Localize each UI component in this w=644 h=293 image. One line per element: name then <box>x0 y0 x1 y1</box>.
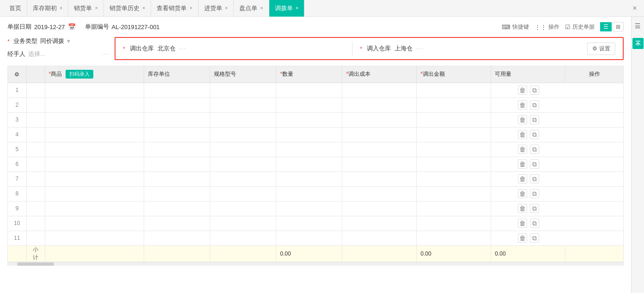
history-action[interactable]: ☑ 历史单据 <box>565 23 595 31</box>
right-sidebar: ☰ <box>631 17 644 271</box>
tab-sales-history[interactable]: 销货单历史 × <box>104 0 151 17</box>
tab-inventory-close[interactable]: × <box>260 6 263 11</box>
copy-row-4-button[interactable]: ⧉ <box>530 130 539 139</box>
copy-row-5-button[interactable]: ⧉ <box>530 145 539 154</box>
gear-settings-icon[interactable]: ⚙ <box>14 71 19 78</box>
sidebar-list-icon[interactable]: ☰ <box>632 20 644 31</box>
delete-row-10-button[interactable]: 🗑 <box>518 219 527 228</box>
row-num: 3 <box>8 112 26 127</box>
delete-row-9-button[interactable]: 🗑 <box>518 204 527 213</box>
grid-view-button[interactable]: ⊞ <box>613 22 624 31</box>
tab-view-sales[interactable]: 查看销货单 × <box>151 0 198 17</box>
total-cost: 0.00 <box>417 245 491 262</box>
tab-sales-history-label: 销货单历史 <box>109 4 140 12</box>
transfer-out-required: * <box>123 45 125 52</box>
tab-transfer[interactable]: 调拨单 × <box>269 0 304 17</box>
business-type-field: * 业务类型 同价调拨 ▼ <box>7 37 109 45</box>
tab-inventory-init-label: 库存期初 <box>33 4 57 12</box>
tab-purchase-close[interactable]: × <box>225 6 228 11</box>
tab-inventory-init[interactable]: 库存期初 × <box>27 0 68 17</box>
delete-row-7-button[interactable]: 🗑 <box>518 174 527 183</box>
close-all-tabs-button[interactable]: × <box>629 3 640 14</box>
header-row: 单据日期 2019-12-27 📅 单据编号 AL-20191227-001 ⌨… <box>7 22 624 31</box>
operations-icon: ⋮⋮ <box>535 24 547 31</box>
delete-row-8-button[interactable]: 🗑 <box>518 189 527 198</box>
operator-value[interactable]: 选择... <box>28 50 99 58</box>
transfer-out-value[interactable]: 北京仓 <box>158 44 176 53</box>
tab-purchase[interactable]: 进货单 × <box>199 0 234 17</box>
warehouse-box: * 调出仓库 北京仓 ··· * 调入仓库 上海仓 ··· ⚙ 设置 <box>115 37 624 60</box>
operations-action[interactable]: ⋮⋮ 操作 <box>535 23 559 31</box>
total-row: 小计 0.00 0.00 0.00 <box>8 245 623 262</box>
copy-row-11-button[interactable]: ⧉ <box>530 233 539 243</box>
tab-sales-history-close[interactable]: × <box>142 6 145 11</box>
delete-row-1-button[interactable]: 🗑 <box>518 85 527 95</box>
tab-sales-order[interactable]: 销货单 × <box>68 0 103 17</box>
warehouse-divider <box>352 42 352 55</box>
total-amount: 0.00 <box>491 245 565 262</box>
copy-row-9-button[interactable]: ⧉ <box>530 204 539 213</box>
shortcut-icon: ⌨ <box>502 24 510 31</box>
delete-row-2-button[interactable]: 🗑 <box>518 100 527 110</box>
content-area: 单据日期 2019-12-27 📅 单据编号 AL-20191227-001 ⌨… <box>0 17 644 271</box>
copy-row-10-button[interactable]: ⧉ <box>530 219 539 228</box>
table-row: 2🗑⧉ <box>8 98 623 112</box>
doc-label: 单据编号 <box>85 23 109 31</box>
doc-value: AL-20191227-001 <box>112 24 160 31</box>
tab-view-sales-close[interactable]: × <box>189 6 192 11</box>
copy-row-3-button[interactable]: ⧉ <box>530 115 539 124</box>
transfer-out-field: * 调出仓库 北京仓 ··· <box>123 44 345 53</box>
tab-home[interactable]: 首页 <box>4 0 27 17</box>
transfer-in-label: 调入仓库 <box>367 44 391 53</box>
calendar-icon[interactable]: 📅 <box>68 23 76 31</box>
col-amount-header: *调出金额 <box>417 66 491 83</box>
table-row: 4🗑⧉ <box>8 127 623 142</box>
scrollbar-thumb[interactable] <box>17 262 54 266</box>
list-view-button[interactable]: ☰ <box>600 22 612 31</box>
row-num: 9 <box>8 201 26 216</box>
horizontal-scrollbar[interactable] <box>8 262 623 266</box>
tab-sales-order-label: 销货单 <box>74 4 92 12</box>
table-row: 9🗑⧉ <box>8 201 623 216</box>
row-num: 2 <box>8 98 26 112</box>
copy-row-7-button[interactable]: ⧉ <box>530 174 539 183</box>
header-actions: ⌨ 快捷键 ⋮⋮ 操作 ☑ 历史单据 ☰ ⊞ <box>502 22 624 31</box>
transfer-out-more-icon[interactable]: ··· <box>179 45 187 52</box>
delete-row-3-button[interactable]: 🗑 <box>518 115 527 124</box>
delete-row-6-button[interactable]: 🗑 <box>518 159 527 169</box>
transfer-in-more-icon[interactable]: ··· <box>416 45 424 52</box>
operator-more-icon[interactable]: ··· <box>102 51 109 57</box>
tab-inventory-label: 盘点单 <box>239 4 257 12</box>
business-type-label: 业务类型 <box>13 37 37 45</box>
transfer-out-label: 调出仓库 <box>130 44 154 53</box>
total-qty: 0.00 <box>276 245 342 262</box>
settings-label: 设置 <box>599 45 610 53</box>
sidebar-export-icon[interactable] <box>632 38 644 49</box>
copy-row-8-button[interactable]: ⧉ <box>530 189 539 198</box>
tab-inventory[interactable]: 盘点单 × <box>234 0 269 17</box>
tab-inventory-init-close[interactable]: × <box>60 6 62 11</box>
tab-sales-order-close[interactable]: × <box>95 6 97 11</box>
delete-row-11-button[interactable]: 🗑 <box>518 233 527 243</box>
col-gear-header[interactable]: ⚙ <box>8 66 26 83</box>
tab-transfer-label: 调拨单 <box>275 4 293 12</box>
scan-btn[interactable]: 扫码录入 <box>66 70 93 79</box>
business-type-dropdown-icon[interactable]: ▼ <box>66 38 71 44</box>
copy-row-1-button[interactable]: ⧉ <box>530 85 539 95</box>
table-header-row: ⚙ *商品 扫码录入 库存单位 规格型号 *数量 *调出成本 *调出金额 可用量… <box>8 66 623 83</box>
transfer-in-value[interactable]: 上海仓 <box>395 44 413 53</box>
tab-transfer-close[interactable]: × <box>296 6 298 11</box>
date-label: 单据日期 <box>7 23 31 31</box>
history-icon: ☑ <box>565 24 571 31</box>
history-label: 历史单据 <box>572 23 595 31</box>
settings-button[interactable]: ⚙ 设置 <box>587 43 615 55</box>
tab-view-sales-label: 查看销货单 <box>157 4 187 12</box>
shortcut-label: 快捷键 <box>512 23 529 31</box>
delete-row-5-button[interactable]: 🗑 <box>518 145 527 154</box>
business-type-select[interactable]: 同价调拨 ▼ <box>40 37 109 45</box>
copy-row-6-button[interactable]: ⧉ <box>530 159 539 169</box>
col-cost-header: *调出成本 <box>342 66 417 83</box>
copy-row-2-button[interactable]: ⧉ <box>530 100 539 110</box>
shortcut-action[interactable]: ⌨ 快捷键 <box>502 23 529 31</box>
delete-row-4-button[interactable]: 🗑 <box>518 130 527 139</box>
